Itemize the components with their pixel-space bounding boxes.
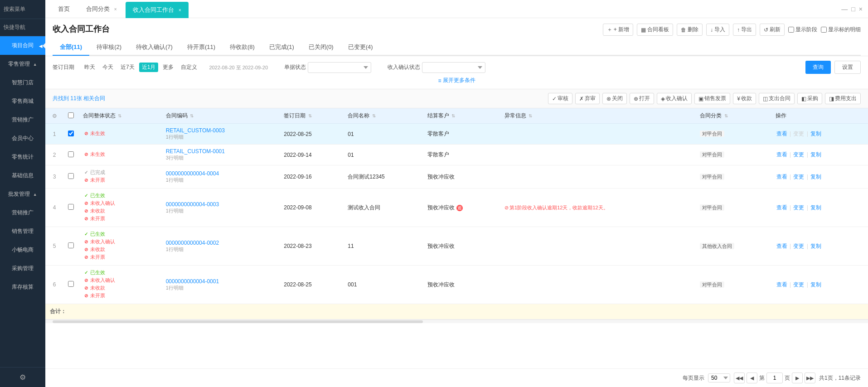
op-变更-btn[interactable]: 变更 bbox=[792, 281, 805, 288]
sidebar-item-sales-mgmt[interactable]: 销售管理 bbox=[0, 222, 45, 241]
op-变更-btn[interactable]: 变更 bbox=[792, 204, 805, 211]
op-复制-btn[interactable]: 复制 bbox=[810, 131, 822, 137]
filter-tab-pending-invoice[interactable]: 待开票(11) bbox=[180, 39, 223, 56]
sidebar-settings[interactable]: ⚙ bbox=[0, 367, 45, 387]
show-stages-checkbox[interactable]: 显示阶段 bbox=[788, 26, 817, 34]
op-复制-btn[interactable]: 复制 bbox=[810, 204, 822, 211]
date-opt-more[interactable]: 更多 bbox=[160, 63, 176, 72]
sidebar-item-sales-promo[interactable]: 营销推广 bbox=[0, 203, 45, 222]
close-button[interactable]: ⊗ 关闭 bbox=[602, 93, 627, 104]
expand-more-conditions[interactable]: ≡ 展开更多条件 bbox=[438, 77, 475, 84]
filter-tab-all[interactable]: 全部(11) bbox=[53, 39, 89, 56]
add-button[interactable]: ＋ + 新增 bbox=[603, 24, 633, 36]
page-number-input[interactable] bbox=[766, 372, 783, 383]
checkbox-cell[interactable] bbox=[63, 124, 78, 145]
checkbox-cell[interactable] bbox=[63, 165, 78, 189]
tab-home[interactable]: 首页 bbox=[51, 0, 77, 18]
tab-close-contract-category[interactable]: × bbox=[114, 7, 117, 12]
expense-contract-button[interactable]: ◫ 支出合同 bbox=[759, 93, 795, 104]
query-button[interactable]: 查询 bbox=[805, 61, 831, 74]
doc-status-select[interactable] bbox=[308, 62, 371, 73]
contract-code-link[interactable]: 0000000000004-0004 bbox=[166, 170, 219, 177]
expense-out-button[interactable]: ◨ 费用支出 bbox=[825, 93, 861, 104]
contract-code-link[interactable]: RETAIL_CUSTOM-0001 bbox=[166, 148, 225, 155]
row-checkbox[interactable] bbox=[68, 281, 74, 287]
sidebar-item-wholesale[interactable]: 批发管理 ▲ bbox=[0, 185, 45, 203]
open-button[interactable]: ⊕ 打开 bbox=[630, 93, 654, 104]
filter-tab-closed[interactable]: 已关闭(0) bbox=[301, 39, 341, 56]
tab-contract-category[interactable]: 合同分类 × bbox=[79, 0, 124, 18]
contract-code-link[interactable]: 0000000000004-0001 bbox=[166, 278, 219, 285]
checkbox-cell[interactable] bbox=[63, 145, 78, 165]
sales-invoice-button[interactable]: ▣ 销售发票 bbox=[694, 93, 730, 104]
select-all-checkbox[interactable] bbox=[68, 112, 74, 118]
income-confirm-select[interactable] bbox=[422, 62, 485, 73]
op-变更-btn[interactable]: 变更 bbox=[792, 243, 805, 249]
page-size-select[interactable]: 50 10 20 100 bbox=[708, 373, 730, 382]
first-page-btn[interactable]: ◀◀ bbox=[734, 372, 745, 383]
audit-button[interactable]: ✓ 审核 bbox=[548, 93, 572, 104]
checkbox-cell[interactable] bbox=[63, 227, 78, 266]
date-opt-7days[interactable]: 近7天 bbox=[118, 63, 137, 72]
checkbox-cell[interactable] bbox=[63, 189, 78, 227]
op-查看-btn[interactable]: 查看 bbox=[776, 131, 788, 137]
sidebar-item-inventory[interactable]: 库存核算 bbox=[0, 278, 45, 296]
sidebar-item-retail-mall[interactable]: 零售商城 bbox=[0, 92, 45, 111]
purchase-button[interactable]: ◧ 采购 bbox=[797, 93, 822, 104]
op-查看-btn[interactable]: 查看 bbox=[776, 281, 788, 288]
sidebar-item-retail-mgmt[interactable]: 零售管理 ▲ bbox=[0, 55, 45, 73]
payment-button[interactable]: ¥ 收款 bbox=[733, 93, 756, 104]
last-page-btn[interactable]: ▶▶ bbox=[805, 372, 815, 383]
sidebar-item-smart-store[interactable]: 智慧门店 bbox=[0, 73, 45, 92]
contract-code-link[interactable]: 0000000000004-0003 bbox=[166, 201, 219, 208]
window-maximize-btn[interactable]: □ bbox=[851, 5, 855, 13]
contract-board-button[interactable]: ▦ 合同看板 bbox=[637, 24, 673, 36]
window-close-btn[interactable]: × bbox=[859, 5, 863, 13]
col-settings[interactable]: ⚙ bbox=[45, 108, 63, 124]
sidebar-item-marketing[interactable]: 营销推广 bbox=[0, 111, 45, 129]
op-变更-btn[interactable]: 变更 bbox=[792, 131, 805, 137]
row-checkbox[interactable] bbox=[68, 173, 74, 179]
col-checkbox[interactable] bbox=[63, 108, 78, 124]
op-复制-btn[interactable]: 复制 bbox=[810, 151, 822, 158]
op-变更-btn[interactable]: 变更 bbox=[792, 174, 805, 180]
window-minimize-btn[interactable]: — bbox=[841, 5, 848, 13]
op-查看-btn[interactable]: 查看 bbox=[776, 204, 788, 211]
op-查看-btn[interactable]: 查看 bbox=[776, 243, 788, 249]
row-checkbox[interactable] bbox=[68, 204, 74, 210]
contract-code-link[interactable]: RETAIL_CUSTOM-0003 bbox=[166, 127, 225, 134]
settings-button[interactable]: 设置 bbox=[834, 61, 861, 74]
tab-income-workbench[interactable]: 收入合同工作台 × bbox=[126, 2, 188, 18]
filter-tab-pending-confirm[interactable]: 待收入确认(7) bbox=[129, 39, 180, 56]
date-opt-yesterday[interactable]: 昨天 bbox=[82, 63, 98, 72]
sidebar-item-purchase[interactable]: 采购管理 bbox=[0, 259, 45, 278]
filter-tab-pending-review[interactable]: 待审核(2) bbox=[89, 39, 129, 56]
op-复制-btn[interactable]: 复制 bbox=[810, 281, 822, 288]
export-button[interactable]: ↑ 导出 bbox=[733, 24, 756, 36]
refresh-button[interactable]: ↺ 刷新 bbox=[760, 24, 785, 36]
sidebar-item-retail-stats[interactable]: 零售统计 bbox=[0, 148, 45, 166]
show-breakdown-checkbox[interactable]: 显示标的明细 bbox=[821, 26, 861, 34]
show-stages-input[interactable] bbox=[788, 27, 794, 33]
date-opt-1month[interactable]: 近1月 bbox=[139, 63, 159, 72]
abandon-audit-button[interactable]: ✗ 弃审 bbox=[575, 93, 600, 104]
filter-tab-completed[interactable]: 已完成(1) bbox=[262, 39, 301, 56]
op-查看-btn[interactable]: 查看 bbox=[776, 174, 788, 180]
sidebar-item-ecommerce[interactable]: 小畅电商 bbox=[0, 241, 45, 259]
next-page-btn[interactable]: ▶ bbox=[792, 372, 803, 383]
delete-button[interactable]: 🗑 删除 bbox=[677, 24, 703, 36]
row-checkbox[interactable] bbox=[68, 151, 74, 157]
filter-tab-changed[interactable]: 已变更(4) bbox=[341, 39, 380, 56]
tab-close-income-workbench[interactable]: × bbox=[179, 8, 181, 13]
op-变更-btn[interactable]: 变更 bbox=[792, 151, 805, 158]
checkbox-cell[interactable] bbox=[63, 266, 78, 304]
import-button[interactable]: ↓ 导入 bbox=[706, 24, 729, 36]
sidebar-search[interactable]: 搜索菜单 bbox=[0, 0, 45, 19]
filter-tab-pending-payment[interactable]: 待收款(8) bbox=[223, 39, 262, 56]
contract-code-link[interactable]: 0000000000004-0002 bbox=[166, 240, 219, 246]
income-confirm-button[interactable]: ◈ 收入确认 bbox=[657, 93, 692, 104]
sidebar-item-member[interactable]: 会员中心 bbox=[0, 129, 45, 148]
show-breakdown-input[interactable] bbox=[821, 27, 827, 33]
sidebar-item-project[interactable]: 项目合同 ◀ bbox=[0, 36, 45, 55]
date-opt-today[interactable]: 今天 bbox=[100, 63, 116, 72]
